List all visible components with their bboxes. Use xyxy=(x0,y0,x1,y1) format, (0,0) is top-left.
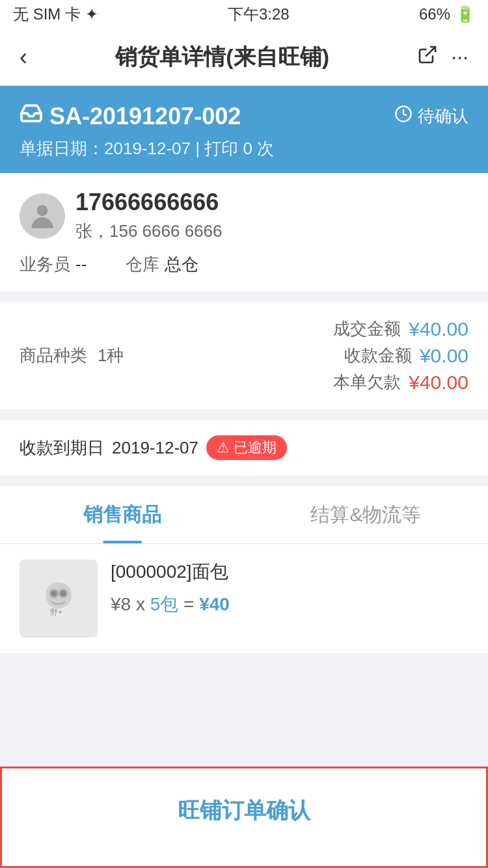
deal-amount-label: 成交金额 xyxy=(333,318,401,340)
inbox-icon xyxy=(20,102,43,131)
tab-billing[interactable]: 结算&物流等 xyxy=(244,486,488,543)
receive-amount-label: 收款金额 xyxy=(344,344,412,367)
order-id: SA-20191207-002 xyxy=(20,102,241,131)
status-left: 无 SIM 卡 ✦ xyxy=(13,4,98,25)
page-title: 销货单详情(来自旺铺) xyxy=(115,42,329,72)
tabs: 销售商品 结算&物流等 xyxy=(0,486,488,544)
customer-section: 17666666666 张，156 6666 6666 业务员 -- 仓库 总仓 xyxy=(0,173,488,292)
salesperson-label: 业务员 xyxy=(20,253,70,276)
total-price: ¥40 xyxy=(199,594,230,614)
goods-type-value: 1种 xyxy=(98,340,124,371)
svg-text:野+: 野+ xyxy=(50,608,62,617)
product-info: [0000002]面包 ¥8 x 5包 = ¥40 xyxy=(111,560,468,617)
confirm-button-wrap: 旺铺订单确认 xyxy=(0,766,488,868)
unit-price: ¥8 xyxy=(111,594,131,614)
summary-section: 商品种类 1种 成交金额 ¥40.00 收款金额 ¥0.00 本单欠款 ¥40.… xyxy=(0,302,488,409)
summary-left: 商品种类 1种 xyxy=(20,318,124,394)
overdue-badge: ⚠ 已逾期 xyxy=(206,435,287,460)
owe-amount-label: 本单欠款 xyxy=(333,371,401,394)
status-time: 下午3:28 xyxy=(228,4,290,25)
due-date-label: 收款到期日 xyxy=(20,437,104,459)
battery-icon: 🔋 xyxy=(455,5,475,23)
customer-row: 17666666666 张，156 6666 6666 xyxy=(20,189,468,243)
due-section: 收款到期日 2019-12-07 ⚠ 已逾期 xyxy=(0,420,488,476)
battery-level: 66% xyxy=(419,5,450,23)
deal-amount-value: ¥40.00 xyxy=(409,318,468,340)
product-price: ¥8 x 5包 = ¥40 xyxy=(111,592,468,617)
receive-amount-value: ¥0.00 xyxy=(420,345,468,367)
product-section: 野+ [0000002]面包 ¥8 x 5包 = ¥40 xyxy=(0,544,488,653)
multiplier-icon: x xyxy=(136,594,150,614)
svg-point-6 xyxy=(51,591,57,596)
order-header: SA-20191207-002 待确认 单据日期：2019-12-07 | 打印… xyxy=(0,86,488,173)
quantity: 5包 xyxy=(150,594,179,614)
warehouse-label: 仓库 xyxy=(126,253,159,276)
back-button[interactable]: ‹ xyxy=(20,44,27,71)
order-status: 待确认 xyxy=(394,105,468,128)
svg-point-2 xyxy=(37,205,48,216)
avatar xyxy=(20,193,65,239)
warehouse-value: 总仓 xyxy=(165,253,198,276)
warning-icon: ⚠ xyxy=(217,439,230,456)
product-thumbnail: 野+ xyxy=(20,560,98,638)
owe-amount-row: 本单欠款 ¥40.00 xyxy=(333,371,468,394)
order-id-row: SA-20191207-002 待确认 xyxy=(20,102,468,131)
clock-icon xyxy=(394,105,413,128)
salesperson-value: -- xyxy=(75,254,87,275)
svg-line-0 xyxy=(426,47,436,57)
goods-type-item: 商品种类 1种 xyxy=(20,340,124,371)
nav-actions: ··· xyxy=(417,44,468,70)
customer-phone: 17666666666 xyxy=(75,189,223,216)
goods-type-label: 商品种类 xyxy=(20,340,98,371)
deal-amount-row: 成交金额 ¥40.00 xyxy=(333,318,468,340)
summary-right: 成交金额 ¥40.00 收款金额 ¥0.00 本单欠款 ¥40.00 xyxy=(333,318,468,394)
tab-goods[interactable]: 销售商品 xyxy=(0,486,244,543)
status-bar: 无 SIM 卡 ✦ 下午3:28 66% 🔋 xyxy=(0,0,488,29)
receive-amount-row: 收款金额 ¥0.00 xyxy=(344,344,468,367)
customer-info-row: 业务员 -- 仓库 总仓 xyxy=(20,253,468,276)
sim-status: 无 SIM 卡 ✦ xyxy=(13,4,98,25)
status-right: 66% 🔋 xyxy=(419,5,475,23)
due-date-value: 2019-12-07 xyxy=(112,438,198,458)
customer-name: 张，156 6666 6666 xyxy=(75,220,223,243)
product-name: [0000002]面包 xyxy=(111,560,468,584)
equals-sign: = xyxy=(183,594,199,614)
svg-point-7 xyxy=(61,591,66,596)
overdue-text: 已逾期 xyxy=(234,438,277,457)
more-icon[interactable]: ··· xyxy=(451,45,468,69)
share-icon[interactable] xyxy=(417,44,438,70)
order-date: 单据日期：2019-12-07 | 打印 0 次 xyxy=(20,137,468,160)
nav-bar: ‹ 销货单详情(来自旺铺) ··· xyxy=(0,29,488,86)
customer-details: 17666666666 张，156 6666 6666 xyxy=(75,189,223,243)
confirm-button[interactable]: 旺铺订单确认 xyxy=(21,781,467,840)
owe-amount-value: ¥40.00 xyxy=(409,372,468,394)
